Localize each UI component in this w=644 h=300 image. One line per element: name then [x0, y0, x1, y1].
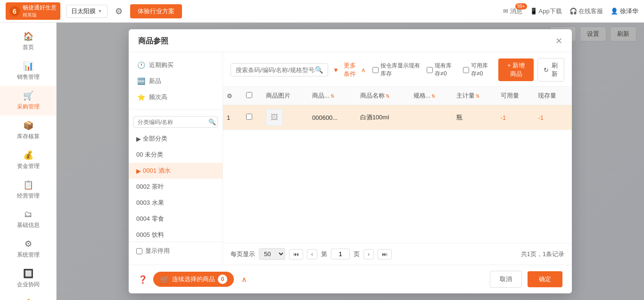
table-header-row: ⚙ 商品图片	[223, 87, 572, 105]
app-download-button[interactable]: 📱 App下载	[530, 7, 562, 16]
sales-icon: 📊	[23, 61, 33, 71]
per-page-select[interactable]: 50 100 200	[259, 248, 285, 260]
modal-overlay: 商品参照 ✕ 🕐 近期购买 🆕	[57, 23, 644, 300]
cart-icon: 🛒	[160, 275, 169, 284]
category-search-input[interactable]	[138, 119, 208, 125]
cat-item-0001[interactable]: ▶ 0001 酒水	[129, 163, 223, 179]
available-stock-checkbox[interactable]	[427, 67, 433, 73]
cat-item-all[interactable]: ▶ 全部分类	[129, 131, 223, 147]
refresh-icon: ↻	[544, 67, 549, 74]
row-checkbox-cell[interactable]	[242, 105, 262, 130]
show-disabled-toggle[interactable]: 显示停用	[129, 242, 223, 260]
divider	[129, 109, 223, 109]
modal-title: 商品参照	[138, 36, 168, 46]
page-input[interactable]	[331, 249, 350, 259]
row-code: 000600...	[308, 105, 356, 130]
cat-item-00[interactable]: 00 未分类	[129, 147, 223, 163]
sidebar-item-enterprise[interactable]: 🔲 企业协同	[0, 264, 56, 293]
tab-recent-purchase[interactable]: 🕐 近期购买	[132, 57, 219, 73]
cat-item-0004[interactable]: 0004 零食	[129, 211, 223, 227]
image-icon: 🖼	[271, 113, 278, 122]
show-disabled-checkbox[interactable]	[136, 248, 142, 254]
cart-button[interactable]: 🛒 连续选择的商品 0	[153, 272, 234, 287]
cat-item-0003[interactable]: 0003 水果	[129, 195, 223, 211]
refresh-button[interactable]: ↻ 刷新	[537, 58, 564, 82]
try-industry-button[interactable]: 体验行业方案	[130, 4, 182, 18]
row-image-cell: 🖼	[262, 105, 308, 130]
settings-icon[interactable]: ⚙	[113, 4, 124, 18]
cart-count: 0	[218, 275, 227, 284]
purchase-icon: 🛒	[23, 91, 33, 101]
main-area: 查询 设置 刷新 商品参照 ✕ 🕐	[57, 23, 644, 300]
filter-arrow-icon: ∧	[361, 67, 366, 74]
help-icon[interactable]: ❓	[138, 275, 148, 284]
search-icon[interactable]: 🔍	[315, 66, 323, 74]
row-unit: 瓶	[453, 105, 497, 130]
warehouse-checkbox[interactable]	[372, 67, 379, 73]
system-icon: ⚙	[25, 239, 32, 249]
table-settings-icon[interactable]: ⚙	[227, 92, 232, 100]
star-icon: ⭐	[137, 93, 145, 101]
checkbox-usable-stock[interactable]: 可用库存≠0	[463, 62, 494, 78]
row-spec	[410, 105, 453, 130]
col-unit[interactable]: 主计量⇅	[453, 87, 497, 105]
row-stock: -1	[534, 105, 572, 130]
category-search[interactable]: 🔍	[133, 116, 218, 128]
col-spec[interactable]: 规格...⇅	[410, 87, 453, 105]
col-name[interactable]: 商品名称⇅	[356, 87, 410, 105]
prev-page-button[interactable]: ‹	[307, 249, 317, 259]
select-all-checkbox[interactable]	[246, 92, 252, 98]
first-page-button[interactable]: ⏮	[289, 249, 303, 259]
checkbox-warehouse[interactable]: 按仓库显示现有库存	[372, 62, 421, 78]
store-selector[interactable]: 日太阳膜 ▼	[66, 5, 107, 18]
table-row[interactable]: 1 🖼	[223, 105, 572, 130]
search-icon[interactable]: 🔍	[208, 118, 216, 125]
operation-icon: 📋	[23, 180, 33, 190]
row-name: 白酒100ml	[356, 105, 410, 130]
cat-item-0002[interactable]: 0002 茶叶	[129, 179, 223, 195]
message-badge: 99+	[515, 3, 527, 9]
sidebar-item-system[interactable]: ⚙ 系统管理	[0, 234, 56, 264]
sidebar-item-purchase[interactable]: 🛒 采购管理	[0, 86, 56, 116]
cat-item-0005[interactable]: 0005 饮料	[129, 227, 223, 242]
usable-stock-checkbox[interactable]	[463, 67, 469, 73]
app-layout: 🏠 首页 📊 销售管理 🛒 采购管理 📦 库存核算 💰 资金管理 📋 经营管理 …	[0, 23, 644, 300]
cat-active-arrow-icon: ▶	[136, 167, 141, 175]
online-service-button[interactable]: 🎧 在线客服	[570, 7, 603, 16]
sidebar-item-basic-info[interactable]: 🗂 基础信息	[0, 205, 56, 234]
col-code[interactable]: 商品...⇅	[308, 87, 356, 105]
collapse-icon[interactable]: ∧	[241, 275, 247, 284]
avatar-icon: 👤	[611, 8, 618, 15]
next-page-button[interactable]: ›	[363, 249, 374, 259]
product-table: ⚙ 商品图片	[223, 87, 572, 130]
cat-arrow-icon: ▶	[136, 135, 141, 142]
modal-header: 商品参照 ✕	[129, 29, 572, 52]
row-checkbox[interactable]	[246, 114, 252, 120]
new-icon: 🆕	[137, 77, 145, 85]
sidebar-item-guide[interactable]: 🔔 新手引导	[0, 293, 56, 300]
tab-new-product[interactable]: 🆕 新品	[132, 73, 219, 89]
product-search-input[interactable]	[236, 67, 315, 74]
search-input-wrap[interactable]: 🔍	[231, 63, 328, 76]
sidebar-item-finance[interactable]: 💰 资金管理	[0, 145, 56, 175]
last-page-button[interactable]: ⏭	[378, 249, 392, 259]
sidebar-item-home[interactable]: 🏠 首页	[0, 26, 56, 56]
message-button[interactable]: ✉ 消息 99+	[503, 7, 522, 16]
modal-left-panel: 🕐 近期购买 🆕 新品 ⭐ 频次高	[129, 52, 223, 265]
sidebar-item-operation[interactable]: 📋 经营管理	[0, 175, 56, 205]
logo-icon: 6	[9, 6, 20, 17]
tab-frequent[interactable]: ⭐ 频次高	[132, 89, 219, 105]
logo: 6 畅捷通好生意 精英版	[6, 2, 60, 20]
headset-icon: 🎧	[570, 8, 577, 15]
add-product-button[interactable]: + 新增商品	[498, 58, 534, 81]
modal-footer: ❓ 🛒 连续选择的商品 0 ∧ 取消 确定	[129, 265, 572, 293]
checkbox-available-stock[interactable]: 现有库存≠0	[427, 62, 457, 78]
sidebar-item-sales[interactable]: 📊 销售管理	[0, 56, 56, 86]
toolbar-right: + 新增商品 ↻ 刷新	[498, 58, 564, 82]
confirm-button[interactable]: 确定	[528, 271, 562, 287]
cancel-button[interactable]: 取消	[490, 271, 522, 288]
more-filter-button[interactable]: ▼ 更多条件 ∧	[333, 61, 366, 78]
sidebar-item-inventory[interactable]: 📦 库存核算	[0, 116, 56, 145]
modal-close-button[interactable]: ✕	[555, 36, 562, 46]
user-avatar[interactable]: 👤 徐泽华	[611, 7, 638, 16]
